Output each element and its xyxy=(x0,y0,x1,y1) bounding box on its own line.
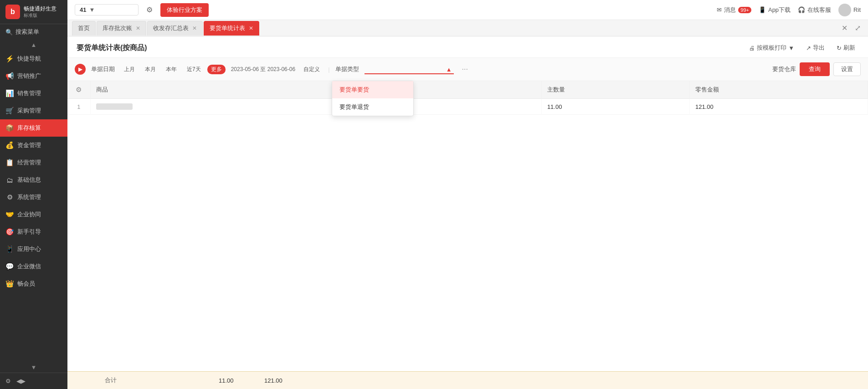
refresh-btn[interactable]: ↻ 刷新 xyxy=(833,42,859,54)
sidebar-item-purchase[interactable]: 🛒 采购管理 xyxy=(0,102,67,119)
app-center-icon: 📱 xyxy=(5,245,14,253)
print-btn[interactable]: 🖨 按模板打印 ▼ xyxy=(745,42,798,54)
col-settings[interactable]: ⚙ xyxy=(67,81,90,99)
row-amount: 121.00 xyxy=(689,99,868,115)
sidebar-item-basics[interactable]: 🗂 基础信息 xyxy=(0,171,67,189)
filter-more-btn[interactable]: ··· xyxy=(459,65,471,73)
scroll-up-btn[interactable]: ▲ xyxy=(0,40,67,50)
collapse-btn[interactable]: ◀▶ xyxy=(16,378,26,384)
tab-inventory-batch[interactable]: 库存批次账 ✕ xyxy=(97,21,146,36)
marketing-icon: 📢 xyxy=(5,72,14,80)
sidebar-item-quick-nav[interactable]: ⚡ 快捷导航 xyxy=(0,50,67,67)
sidebar-item-operations[interactable]: 📋 经营管理 xyxy=(0,154,67,171)
filter-expand-btn[interactable]: ▶ xyxy=(75,64,86,75)
table-row: 1 块 11.00 121.00 xyxy=(67,99,868,115)
date-shortcuts: 上月 本月 本年 近7天 更多 xyxy=(120,65,226,74)
online-service-btn[interactable]: 🎧 在线客服 xyxy=(798,6,831,14)
type-select-input[interactable] xyxy=(365,65,454,74)
quick-nav-icon: ⚡ xyxy=(5,55,14,63)
refresh-icon: ↻ xyxy=(837,45,842,51)
page-title: 要货单统计表(按商品) xyxy=(77,43,147,53)
sidebar-bottom: ⚙ ◀▶ xyxy=(0,373,67,389)
tabs-right-actions: ✕ ⤢ xyxy=(839,23,863,33)
tab-close-inventory-batch[interactable]: ✕ xyxy=(136,25,140,31)
app-download-btn[interactable]: 📱 App下载 xyxy=(759,6,791,14)
messages-btn[interactable]: ✉ 消息 99+ xyxy=(717,6,751,14)
filter-bar: ▶ 单据日期 上月 本月 本年 近7天 更多 2023-05-06 至 2023… xyxy=(67,58,868,81)
tab-close-receive-summary[interactable]: ✕ xyxy=(192,25,197,31)
sidebar-item-enterprise[interactable]: 🤝 企业协同 xyxy=(0,206,67,223)
user-menu[interactable]: Rit xyxy=(838,4,861,16)
topbar: 41 ▼ ⚙ 体验行业方案 ✉ 消息 99+ 📱 App下载 🎧 在线客服 R xyxy=(67,0,868,20)
tab-home[interactable]: 首页 xyxy=(72,21,96,36)
last-7-days-btn[interactable]: 近7天 xyxy=(183,65,205,74)
company-selector[interactable]: 41 ▼ xyxy=(75,4,139,15)
query-btn[interactable]: 查询 xyxy=(800,62,830,76)
row-index: 1 xyxy=(67,99,90,115)
this-year-btn[interactable]: 本年 xyxy=(162,65,180,74)
sidebar-search[interactable]: 🔍 搜索菜单 xyxy=(0,24,67,40)
topbar-left: 41 ▼ ⚙ 体验行业方案 xyxy=(75,3,711,17)
col-quantity: 主数量 xyxy=(541,81,689,99)
this-month-btn[interactable]: 本月 xyxy=(141,65,159,74)
sidebar-item-sales[interactable]: 📊 销售管理 xyxy=(0,85,67,102)
sales-icon: 📊 xyxy=(5,89,14,97)
sidebar-item-app-center[interactable]: 📱 应用中心 xyxy=(0,241,67,258)
message-icon: ✉ xyxy=(717,6,722,13)
settings-btn[interactable]: ⚙ xyxy=(5,378,11,384)
topbar-gear-btn[interactable]: ⚙ xyxy=(143,4,156,16)
dropdown-arrow-icon: ▼ xyxy=(89,6,95,13)
export-btn[interactable]: ↗ 导出 xyxy=(802,42,828,54)
scroll-down-btn[interactable]: ▼ xyxy=(0,362,67,373)
basics-icon: 🗂 xyxy=(5,176,14,184)
table-footer: 合计 11.00 121.00 xyxy=(67,371,868,389)
sidebar-item-finance[interactable]: 💰 资金管理 xyxy=(0,137,67,154)
tab-order-stats[interactable]: 要货单统计表 ✕ xyxy=(204,21,259,36)
finance-icon: 💰 xyxy=(5,141,14,149)
data-table: ⚙ 商品 主计量单位 主数量 零售金额 1 xyxy=(67,81,868,115)
page-actions: 🖨 按模板打印 ▼ ↗ 导出 ↻ 刷新 xyxy=(745,42,859,54)
filter-settings-btn[interactable]: 设置 xyxy=(833,62,861,76)
custom-date-btn[interactable]: 自定义 xyxy=(301,65,323,74)
tab-close-all-btn[interactable]: ✕ xyxy=(839,23,850,33)
sidebar-item-system[interactable]: ⚙ 系统管理 xyxy=(0,189,67,206)
date-filter-label: 单据日期 xyxy=(91,65,115,73)
table-settings-icon[interactable]: ⚙ xyxy=(76,86,82,93)
tab-expand-btn[interactable]: ⤢ xyxy=(852,23,863,33)
inventory-icon: 📦 xyxy=(5,124,14,132)
sidebar-item-marketing[interactable]: 📢 营销推广 xyxy=(0,67,67,85)
tab-close-order-stats[interactable]: ✕ xyxy=(249,25,253,31)
col-product: 商品 xyxy=(90,81,333,99)
tab-receive-summary[interactable]: 收发存汇总表 ✕ xyxy=(147,21,203,36)
type-dropdown: 要货单要货 要货单退货 xyxy=(332,81,414,116)
col-amount: 零售金额 xyxy=(689,81,868,99)
footer-quantity: 11.00 xyxy=(219,377,255,384)
guide-icon: 🎯 xyxy=(5,228,14,236)
sidebar-item-wechat[interactable]: 💬 企业微信 xyxy=(0,258,67,275)
avatar xyxy=(838,4,851,16)
page-header: 要货单统计表(按商品) 🖨 按模板打印 ▼ ↗ 导出 ↻ 刷新 xyxy=(67,36,868,58)
dropdown-item-return[interactable]: 要货单退货 xyxy=(332,98,413,116)
export-icon: ↗ xyxy=(806,45,811,51)
sidebar-item-inventory[interactable]: 📦 库存核算 xyxy=(0,119,67,137)
search-icon: 🔍 xyxy=(5,29,13,36)
sidebar: b 畅捷通好生意 标准版 🔍 搜索菜单 ▲ ⚡ 快捷导航 📢 营销推广 📊 销售… xyxy=(0,0,67,389)
last-month-btn[interactable]: 上月 xyxy=(120,65,139,74)
filter-divider: | xyxy=(328,66,329,73)
wechat-icon: 💬 xyxy=(5,262,14,271)
topbar-right: ✉ 消息 99+ 📱 App下载 🎧 在线客服 Rit xyxy=(717,4,861,16)
app-icon: 📱 xyxy=(759,6,766,13)
member-icon: 👑 xyxy=(5,280,14,288)
sidebar-item-guide[interactable]: 🎯 新手引导 xyxy=(0,223,67,241)
service-icon: 🎧 xyxy=(798,6,805,13)
type-select-wrapper: ▲ xyxy=(365,65,454,74)
date-range-display: 2023-05-06 至 2023-06-06 xyxy=(231,66,295,73)
print-icon: 🖨 xyxy=(749,45,755,51)
dropdown-item-order[interactable]: 要货单要货 xyxy=(332,81,413,98)
print-dropdown-icon: ▼ xyxy=(788,45,794,51)
purchase-icon: 🛒 xyxy=(5,107,14,115)
more-dates-btn[interactable]: 更多 xyxy=(207,65,226,74)
sidebar-item-member[interactable]: 👑 畅会员 xyxy=(0,275,67,292)
system-icon: ⚙ xyxy=(5,193,14,201)
trial-btn[interactable]: 体验行业方案 xyxy=(160,3,209,17)
